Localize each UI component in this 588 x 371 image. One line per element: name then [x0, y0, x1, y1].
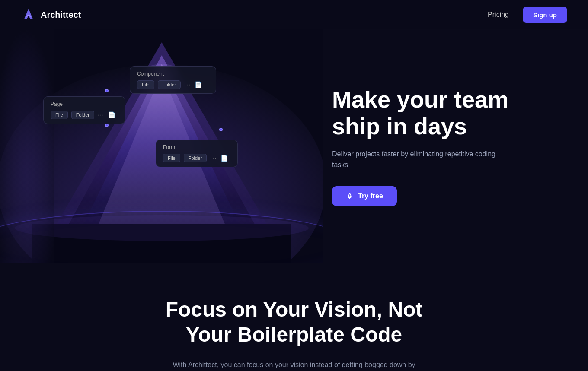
brand-icon [21, 7, 36, 22]
try-free-label: Try free [358, 192, 383, 200]
hero-section: Component File Folder ··· 📄 Page File Fo… [0, 0, 588, 263]
page-more: ··· [98, 112, 105, 118]
component-file-icon: 📄 [195, 81, 202, 88]
form-more: ··· [210, 155, 217, 161]
navbar: Archittect Pricing Sign up [0, 0, 588, 29]
rocket-icon [346, 192, 354, 200]
brand-name: Archittect [41, 10, 81, 20]
focus-title-line1: Focus on Your Vision, Not [166, 298, 423, 321]
page-folder-btn: Folder [71, 111, 94, 119]
pricing-link[interactable]: Pricing [488, 11, 509, 19]
svg-point-10 [349, 198, 350, 199]
component-folder-btn: Folder [158, 80, 181, 89]
component-card-title: Component [137, 71, 209, 77]
form-file-icon: 📄 [220, 155, 228, 162]
hero-content: Make your team ship in days Deliver proj… [323, 60, 588, 231]
signup-button[interactable]: Sign up [523, 7, 567, 23]
focus-body: With Archittect, you can focus on your v… [164, 359, 424, 371]
connection-dot-3 [219, 128, 223, 131]
form-card-title: Form [163, 144, 230, 150]
hero-visual: Component File Folder ··· 📄 Page File Fo… [0, 29, 323, 263]
form-folder-btn: Folder [184, 154, 207, 162]
hero-subtitle: Deliver projects faster by eliminating r… [332, 149, 496, 171]
component-more: ··· [184, 82, 191, 88]
focus-title-line2: Your Boilerplate Code [186, 323, 403, 346]
page-card: Page File Folder ··· 📄 [43, 96, 125, 124]
nav-right: Pricing Sign up [488, 7, 567, 23]
focus-section: Focus on Your Vision, Not Your Boilerpla… [0, 263, 588, 371]
form-file-btn: File [163, 154, 180, 162]
focus-title: Focus on Your Vision, Not Your Boilerpla… [21, 297, 567, 347]
hero-title: Make your team ship in days [332, 86, 562, 140]
connection-dot-2 [105, 124, 109, 127]
page-file-btn: File [51, 111, 68, 119]
ui-mockup-overlay: Component File Folder ··· 📄 Page File Fo… [0, 29, 323, 263]
form-card: Form File Folder ··· 📄 [156, 140, 238, 167]
component-file-btn: File [137, 80, 154, 89]
try-free-button[interactable]: Try free [332, 186, 397, 206]
page-file-icon: 📄 [108, 111, 115, 118]
component-card: Component File Folder ··· 📄 [130, 66, 216, 94]
page-card-title: Page [51, 101, 118, 107]
connection-dot-1 [105, 89, 109, 92]
brand-logo[interactable]: Archittect [21, 7, 81, 22]
